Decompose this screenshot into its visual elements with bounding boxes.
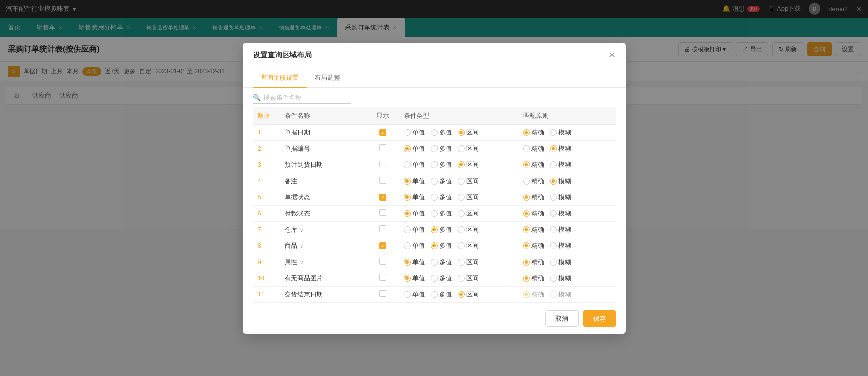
cell-type-0: 单值多值区间: [399, 124, 518, 140]
radio-type_multi-1[interactable]: 多值: [431, 144, 452, 153]
radio-type_range-6[interactable]: 区间: [458, 225, 479, 229]
radio-circle-type_range-5: [458, 210, 465, 217]
checkbox-show-3[interactable]: [379, 177, 386, 184]
radio-match_fuzzy-5[interactable]: 模糊: [550, 209, 571, 218]
radio-circle-type_range-0: [458, 129, 465, 136]
cell-name-1: 单据编号: [280, 140, 367, 157]
radio-circle-type_range-6: [458, 226, 465, 229]
radio-type_range-1[interactable]: 区间: [458, 144, 479, 153]
radio-circle-match_fuzzy-2: [550, 161, 557, 168]
radio-circle-match_fuzzy-0: [550, 129, 557, 136]
cell-order-1: 2: [253, 140, 280, 157]
radio-match_fuzzy-3[interactable]: 模糊: [550, 177, 571, 186]
radio-type_multi-3[interactable]: 多值: [431, 177, 452, 186]
cell-show-1[interactable]: [366, 140, 398, 157]
radio-type_multi-0[interactable]: 多值: [431, 128, 452, 137]
cell-match-6: 精确模糊: [518, 221, 616, 229]
radio-type_range-5[interactable]: 区间: [458, 209, 479, 218]
dialog-close-btn[interactable]: ✕: [608, 51, 616, 59]
radio-circle-type_single-3: [404, 178, 411, 185]
radio-match_exact-6[interactable]: 精确: [523, 225, 544, 229]
radio-circle-type_multi-2: [431, 161, 438, 168]
checkbox-show-2[interactable]: [379, 161, 386, 167]
radio-match_fuzzy-4[interactable]: 模糊: [550, 193, 571, 202]
cell-name-3: 备注: [280, 173, 367, 189]
radio-match_exact-2[interactable]: 精确: [523, 161, 544, 169]
radio-match_exact-4[interactable]: 精确: [523, 193, 544, 202]
radio-type_multi-6[interactable]: 多值: [431, 225, 452, 229]
radio-circle-type_multi-0: [431, 129, 438, 136]
radio-circle-type_single-2: [404, 161, 411, 168]
radio-match_fuzzy-1[interactable]: 模糊: [550, 144, 571, 153]
radio-circle-type_range-2: [458, 161, 465, 168]
radio-circle-match_fuzzy-3: [550, 178, 557, 185]
radio-circle-type_multi-3: [431, 178, 438, 185]
dialog-tabs: 查询字段设置 布局调整: [243, 68, 626, 88]
th-show: 显示: [366, 107, 398, 125]
cell-type-4: 单值多值区间: [399, 189, 518, 205]
th-order: 顺序: [253, 107, 280, 125]
cell-match-2: 精确模糊: [518, 157, 616, 173]
cell-match-1: 精确模糊: [518, 140, 616, 157]
search-box: 🔍: [253, 94, 351, 104]
checkbox-show-4[interactable]: ✓: [379, 194, 386, 201]
dropdown-arrow-6[interactable]: ∨: [300, 227, 303, 229]
radio-type_single-4[interactable]: 单值: [404, 193, 425, 202]
tab-layout-adjust[interactable]: 布局调整: [307, 68, 348, 88]
radio-circle-match_exact-1: [523, 145, 530, 152]
cell-order-5: 6: [253, 205, 280, 221]
radio-circle-type_single-5: [404, 210, 411, 217]
radio-circle-match_exact-5: [523, 210, 530, 217]
radio-circle-type_multi-4: [431, 194, 438, 201]
radio-type_multi-2[interactable]: 多值: [431, 161, 452, 169]
radio-match_fuzzy-0[interactable]: 模糊: [550, 128, 571, 137]
radio-circle-match_fuzzy-4: [550, 194, 557, 201]
radio-type_single-3[interactable]: 单值: [404, 177, 425, 186]
table-row: 5单据状态✓单值多值区间精确模糊: [253, 189, 616, 205]
radio-type_single-5[interactable]: 单值: [404, 209, 425, 218]
radio-type_range-2[interactable]: 区间: [458, 161, 479, 169]
radio-match_fuzzy-2[interactable]: 模糊: [550, 161, 571, 169]
checkbox-show-6[interactable]: [379, 225, 386, 229]
radio-circle-match_fuzzy-5: [550, 210, 557, 217]
radio-circle-type_single-4: [404, 194, 411, 201]
table-row: 3预计到货日期单值多值区间精确模糊: [253, 157, 616, 173]
cell-name-5: 付款状态: [280, 205, 367, 221]
radio-type_range-0[interactable]: 区间: [458, 128, 479, 137]
radio-type_multi-4[interactable]: 多值: [431, 193, 452, 202]
table-header-row: 顺序 条件名称 显示 条件类型 匹配原则: [253, 107, 616, 125]
cell-show-0[interactable]: ✓: [366, 124, 398, 140]
radio-circle-type_multi-6: [431, 226, 438, 229]
radio-match_exact-1[interactable]: 精确: [523, 144, 544, 153]
cell-show-5[interactable]: [366, 205, 398, 221]
checkbox-show-5[interactable]: [379, 209, 386, 216]
cell-show-2[interactable]: [366, 157, 398, 173]
radio-type_single-0[interactable]: 单值: [404, 128, 425, 137]
radio-match_fuzzy-6[interactable]: 模糊: [550, 225, 571, 229]
radio-type_range-3[interactable]: 区间: [458, 177, 479, 186]
cell-match-5: 精确模糊: [518, 205, 616, 221]
radio-type_range-4[interactable]: 区间: [458, 193, 479, 202]
table-row: 6付款状态单值多值区间精确模糊: [253, 205, 616, 221]
radio-type_multi-5[interactable]: 多值: [431, 209, 452, 218]
radio-match_exact-5[interactable]: 精确: [523, 209, 544, 218]
tab-query-fields[interactable]: 查询字段设置: [253, 68, 307, 88]
radio-type_single-1[interactable]: 单值: [404, 144, 425, 153]
radio-circle-type_single-0: [404, 129, 411, 136]
radio-match_exact-0[interactable]: 精确: [523, 128, 544, 137]
cell-show-3[interactable]: [366, 173, 398, 189]
th-type: 条件类型: [399, 107, 518, 125]
checkbox-show-1[interactable]: [379, 144, 386, 151]
radio-circle-match_exact-0: [523, 129, 530, 136]
radio-match_exact-3[interactable]: 精确: [523, 177, 544, 186]
cell-match-3: 精确模糊: [518, 173, 616, 189]
cell-show-6[interactable]: [366, 221, 398, 229]
cell-show-4[interactable]: ✓: [366, 189, 398, 205]
dialog-header: 设置查询区域布局 ✕: [243, 43, 626, 68]
cell-name-6: 仓库 ∨: [280, 221, 367, 229]
dialog-search-area: 🔍: [243, 88, 626, 107]
search-input[interactable]: [263, 94, 342, 101]
radio-type_single-2[interactable]: 单值: [404, 161, 425, 169]
radio-type_single-6[interactable]: 单值: [404, 225, 425, 229]
checkbox-show-0[interactable]: ✓: [379, 129, 386, 136]
